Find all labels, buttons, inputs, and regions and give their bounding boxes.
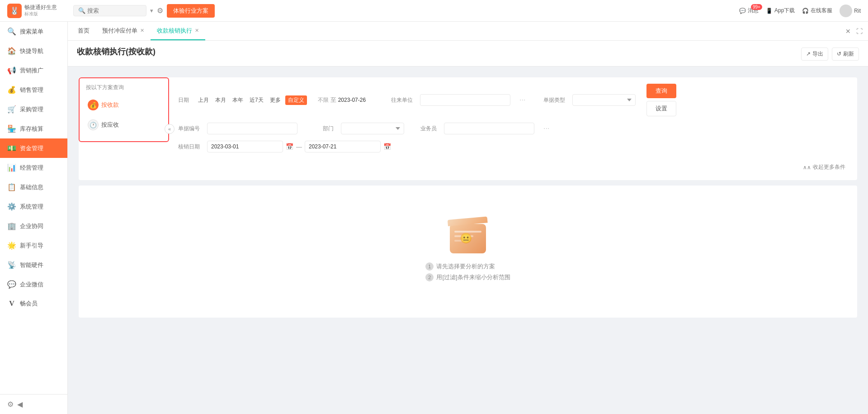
- tab-close-all-btn[interactable]: ✕: [844, 26, 853, 37]
- filter-left-wrap: 按以下方案查询 💰 按收款 🕐 按应收 «: [79, 77, 169, 180]
- refresh-btn[interactable]: ↺ 刷新: [832, 48, 859, 61]
- date-btn-more[interactable]: 更多: [268, 95, 283, 105]
- logo-icon: 🐰: [7, 4, 22, 18]
- staff-input[interactable]: [444, 123, 534, 134]
- purchase-icon: 🛒: [7, 105, 16, 114]
- tab-prepay-label: 预付冲应付单: [102, 27, 137, 35]
- staff-dots-btn[interactable]: ···: [542, 124, 551, 133]
- filter-row-2: 单据编号 部门 业务员 ···: [178, 123, 848, 134]
- sidebar-item-quick-nav[interactable]: 🏠 快捷导航: [0, 41, 67, 61]
- top-bar-right: 💬 消息 99+ 📱 App下载 🎧 在线客服 Rit: [739, 5, 861, 17]
- sidebar-bottom: ⚙ ◀: [0, 394, 67, 414]
- filter-option-by-receipt[interactable]: 💰 按收款: [83, 96, 165, 114]
- page-area: 收款核销执行(按收款) ↗ 导出 ↺ 刷新: [68, 41, 868, 414]
- user-area[interactable]: Rit: [840, 5, 861, 17]
- sidebar-item-purchase[interactable]: 🛒 采购管理: [0, 100, 67, 119]
- tab-prepay-close[interactable]: ✕: [140, 28, 144, 33]
- app-download-btn[interactable]: 📱 App下载: [766, 7, 795, 14]
- search-icon: 🔍: [78, 7, 85, 14]
- calendar-to-icon[interactable]: 📅: [383, 143, 391, 150]
- app-download-label: App下载: [774, 7, 795, 14]
- doc-number-label: 单据编号: [178, 125, 200, 133]
- tab-home[interactable]: 首页: [71, 22, 96, 40]
- tab-collect-close[interactable]: ✕: [195, 28, 199, 33]
- empty-tip-2: 2 用[过滤]条件来缩小分析范围: [425, 273, 510, 281]
- verify-date-to-input[interactable]: [305, 141, 381, 152]
- sidebar-item-hardware[interactable]: 📡 智能硬件: [0, 255, 67, 275]
- date-btn-custom[interactable]: 自定义: [285, 95, 307, 105]
- sidebar-item-operations[interactable]: 📊 经营管理: [0, 158, 67, 177]
- top-bar-left: 🐰 畅捷通好生意 标准版 🔍 ▾ ⚙ 体验行业方案: [7, 4, 215, 18]
- top-search-bar[interactable]: 🔍: [73, 5, 146, 16]
- home-icon: 🏠: [7, 47, 16, 55]
- verify-date-from-input[interactable]: [207, 141, 283, 152]
- sidebar-item-finance[interactable]: 💵 资金管理: [0, 138, 67, 158]
- settings-icon[interactable]: ⚙: [157, 6, 163, 15]
- query-btn[interactable]: 查询: [646, 84, 676, 98]
- calendar-from-icon[interactable]: 📅: [286, 143, 293, 150]
- sidebar-item-label: 采购管理: [20, 105, 43, 114]
- top-search-input[interactable]: [87, 7, 142, 14]
- sidebar-item-system[interactable]: ⚙️ 系统管理: [0, 197, 67, 216]
- basic-icon: 📋: [7, 183, 16, 191]
- sidebar-item-label: 智能硬件: [20, 261, 43, 269]
- search-icon: 🔍: [7, 27, 16, 36]
- system-icon: ⚙️: [7, 202, 16, 211]
- tab-home-label: 首页: [78, 27, 90, 35]
- filter-option-by-receivable[interactable]: 🕐 按应收: [83, 116, 165, 134]
- filter-left-title: 按以下方案查询: [83, 84, 165, 91]
- sidebar-item-enterprise[interactable]: 🏢 企业协同: [0, 216, 67, 236]
- refresh-icon: ↺: [837, 51, 841, 57]
- sidebar-item-search-menu[interactable]: 🔍 搜索菜单: [0, 22, 67, 41]
- tab-bar: 首页 预付冲应付单 ✕ 收款核销执行 ✕ ✕ ⛶: [68, 22, 868, 41]
- settings-bottom-icon[interactable]: ⚙: [7, 400, 14, 409]
- message-btn[interactable]: 💬 消息 99+: [739, 7, 759, 14]
- sidebar-item-label: 资金管理: [20, 144, 43, 152]
- date-btn-7days[interactable]: 近7天: [248, 95, 265, 105]
- tab-expand-btn[interactable]: ⛶: [854, 26, 864, 37]
- filter-container: 按以下方案查询 💰 按收款 🕐 按应收 «: [73, 72, 863, 323]
- date-btn-year[interactable]: 本年: [231, 95, 245, 105]
- verify-date-label: 核销日期: [178, 143, 200, 151]
- partner-input[interactable]: [420, 94, 510, 106]
- sidebar-item-basic[interactable]: 📋 基础信息: [0, 177, 67, 197]
- filter-row-3: 核销日期 📅 — 📅: [178, 141, 848, 152]
- sidebar-item-inventory[interactable]: 🏪 库存核算: [0, 119, 67, 138]
- sidebar-item-wechat[interactable]: 💬 企业微信: [0, 275, 67, 294]
- sidebar-item-label: 库存核算: [20, 125, 43, 133]
- tab-collect[interactable]: 收款核销执行 ✕: [151, 22, 205, 40]
- date-label: 日期: [178, 96, 189, 104]
- date-btn-curr-month[interactable]: 本月: [213, 95, 228, 105]
- date-btn-prev-month[interactable]: 上月: [196, 95, 211, 105]
- message-icon: 💬: [739, 8, 746, 14]
- industry-btn[interactable]: 体验行业方案: [167, 4, 215, 18]
- sidebar-item-member[interactable]: V 畅会员: [0, 294, 67, 313]
- enterprise-icon: 🏢: [7, 222, 16, 230]
- doc-type-select[interactable]: [572, 94, 636, 106]
- collapse-sidebar-icon[interactable]: ◀: [17, 400, 23, 409]
- partner-dots-btn[interactable]: ···: [518, 96, 527, 104]
- filter-section: 按以下方案查询 💰 按收款 🕐 按应收 «: [79, 77, 857, 180]
- settings-btn[interactable]: 设置: [646, 101, 676, 116]
- export-btn[interactable]: ↗ 导出: [801, 48, 828, 61]
- phone-icon: 📱: [766, 8, 773, 14]
- top-bar: 🐰 畅捷通好生意 标准版 🔍 ▾ ⚙ 体验行业方案 💬 消息 99+ 📱 App…: [0, 0, 868, 22]
- collapse-more-btn[interactable]: ∧∧ 收起更多条件: [800, 161, 848, 174]
- sidebar-item-label: 经营管理: [20, 164, 43, 172]
- doc-type-label: 单据类型: [543, 96, 565, 104]
- sidebar-item-marketing[interactable]: 📢 营销推广: [0, 61, 67, 80]
- tab-collect-label: 收款核销执行: [157, 27, 192, 35]
- logo-area: 🐰 畅捷通好生意 标准版: [7, 4, 57, 18]
- user-name: Rit: [854, 8, 861, 14]
- doc-number-input[interactable]: [207, 123, 297, 134]
- online-service-btn[interactable]: 🎧 在线客服: [802, 7, 832, 14]
- department-select[interactable]: [341, 123, 404, 134]
- sidebar-item-guide[interactable]: 🌟 新手引导: [0, 236, 67, 255]
- guide-icon: 🌟: [7, 241, 16, 250]
- tab-prepay[interactable]: 预付冲应付单 ✕: [96, 22, 151, 40]
- brand-sub: 标准版: [24, 11, 57, 17]
- empty-state: 😐 1 请先选择要分析的方案 2 用[过滤]条件来缩小分析范围: [79, 186, 857, 318]
- sidebar-item-sales[interactable]: 💰 销售管理: [0, 80, 67, 100]
- dropdown-arrow-icon[interactable]: ▾: [150, 7, 153, 14]
- filter-collapse-btn[interactable]: «: [165, 124, 175, 134]
